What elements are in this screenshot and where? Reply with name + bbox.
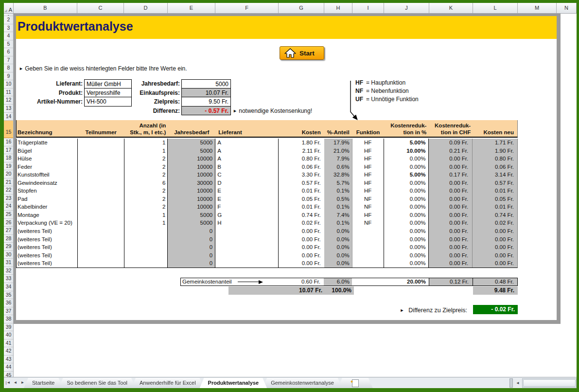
cell-anteil[interactable]: 0.1%	[324, 203, 352, 211]
cell-kostenreduktion-prozent[interactable]: 0.00%	[384, 187, 429, 195]
cell-jahresbedarf[interactable]: 0	[168, 259, 215, 267]
cell-bezeichnung[interactable]: Montage	[17, 211, 78, 219]
einkaufspreis-field[interactable]: 10.07 Fr.	[181, 89, 231, 98]
cell-lieferant[interactable]	[215, 243, 279, 251]
cell-anteil[interactable]: 0.6%	[324, 163, 352, 171]
cell-jahresbedarf[interactable]: 10000	[168, 163, 215, 171]
cell-kosten[interactable]: 0.74 Fr.	[279, 211, 324, 219]
cell-kostenreduktion-prozent[interactable]: 5.00%	[384, 139, 429, 147]
row-header[interactable]: 20	[4, 170, 13, 178]
column-header[interactable]: N	[557, 3, 577, 13]
cell-kostenreduktion-chf[interactable]: 0.09 Fr.	[429, 139, 473, 147]
cell-kostenreduktion-prozent[interactable]: 0.00%	[384, 235, 429, 244]
cell-kostenreduktion-chf[interactable]: 0.00 Fr.	[429, 211, 473, 219]
row-header[interactable]: 11	[4, 89, 13, 97]
sheet-tab[interactable]: Anwenderhilfe für Excel	[131, 378, 204, 388]
cell-kosten[interactable]: 1.80 Fr.	[279, 139, 324, 147]
cell-jahresbedarf[interactable]: 5000	[168, 147, 215, 155]
cell-kostenreduktion-prozent[interactable]: 10.00%	[384, 147, 429, 155]
cell-anzahl[interactable]: 2	[124, 155, 168, 163]
cell-anzahl[interactable]: 1	[124, 139, 168, 147]
column-header[interactable]: D	[124, 3, 168, 13]
row-header[interactable]: 21	[4, 178, 13, 187]
cell-jahresbedarf[interactable]: 10000	[168, 195, 215, 203]
cell-kostenreduktion-chf[interactable]: 0.17 Fr.	[429, 171, 473, 179]
column-header[interactable]: G	[279, 3, 324, 13]
cell-teilnummer[interactable]	[78, 195, 124, 203]
cell-bezeichnung[interactable]: (weiteres Teil)	[17, 235, 78, 244]
tab-nav-button[interactable]: |◄	[5, 379, 11, 387]
row-header[interactable]: 31	[4, 259, 13, 267]
cell-kosten[interactable]: 0.00 Fr.	[279, 259, 324, 267]
cell-kostenreduktion-chf[interactable]: 0.00 Fr.	[429, 251, 473, 260]
row-header[interactable]: 41	[4, 339, 13, 348]
header-jahresbedarf[interactable]: Jahresbedarf	[168, 120, 215, 137]
tab-nav-button[interactable]: ◄	[12, 379, 18, 387]
row-header[interactable]: 23	[4, 195, 13, 203]
cell-anteil[interactable]: 0.0%	[324, 251, 352, 260]
cell-anzahl[interactable]: 2	[124, 195, 168, 203]
cell-kosten[interactable]: 0.00 Fr.	[279, 235, 324, 244]
zielpreis-field[interactable]: 9.50 Fr.	[181, 97, 231, 107]
cell-bezeichnung[interactable]: Gewindeeinsatz	[17, 179, 78, 187]
row-header[interactable]: 37	[4, 307, 13, 316]
start-button[interactable]: Start	[280, 46, 324, 60]
jahresbedarf-field[interactable]: 5000	[181, 79, 231, 89]
column-header[interactable]: I	[352, 3, 384, 13]
cell-funktion[interactable]	[352, 227, 384, 235]
row-header[interactable]: 22	[4, 186, 13, 195]
cell-kostenreduktion-prozent[interactable]: 0.00%	[384, 219, 429, 227]
header-funktion[interactable]: Funktion	[352, 120, 384, 137]
cell-jahresbedarf[interactable]: 10000	[168, 171, 215, 179]
cell-lieferant[interactable]: G	[215, 211, 279, 219]
header-kostenreduktion-prozent[interactable]: Kostenreduk-tion in %	[384, 120, 429, 137]
cell-kostenreduktion-chf[interactable]: 0.00 Fr.	[429, 219, 473, 227]
select-all-corner[interactable]: ◢ A	[4, 3, 14, 13]
cell-bezeichnung[interactable]: Hülse	[17, 155, 78, 163]
cell-lieferant[interactable]: D	[215, 179, 279, 187]
row-header[interactable]: 30	[4, 251, 13, 259]
row-header[interactable]: 40	[4, 331, 13, 339]
cell-anzahl[interactable]	[124, 227, 168, 235]
cell-bezeichnung[interactable]: (weiteres Teil)	[17, 251, 78, 260]
cell-funktion[interactable]: HF	[352, 155, 384, 163]
cell-kostenreduktion-prozent[interactable]: 0.00%	[384, 259, 429, 267]
cell-anzahl[interactable]: 1	[124, 147, 168, 155]
row-header[interactable]: 10	[4, 80, 13, 89]
cell-kostenreduktion-chf[interactable]: 0.00 Fr.	[429, 235, 473, 244]
column-header[interactable]: F	[215, 3, 279, 13]
cell-anzahl[interactable]: 2	[124, 163, 168, 171]
cell-bezeichnung[interactable]: (weiteres Teil)	[17, 259, 78, 267]
cell-kostenreduktion-chf[interactable]: 0.00 Fr.	[429, 187, 473, 195]
column-header[interactable]: H	[324, 3, 352, 13]
row-header[interactable]: 8	[4, 64, 13, 72]
cell-kostenreduktion-prozent[interactable]: 0.00%	[384, 251, 429, 260]
cell-kostenreduktion-chf[interactable]: 0.00 Fr.	[429, 259, 473, 267]
cell-lieferant[interactable]: H	[215, 219, 279, 227]
cell-kosten[interactable]: 0.02 Fr.	[279, 219, 324, 227]
cell-bezeichnung[interactable]: Kunststoffteil	[17, 171, 78, 179]
cell-funktion[interactable]: NF	[352, 203, 384, 211]
horizontal-scrollbar[interactable]	[522, 378, 577, 388]
cell-kosten-neu[interactable]: 1.71 Fr.	[473, 139, 517, 147]
overhead-anteil[interactable]: 6.0%	[324, 278, 352, 285]
row-header[interactable]: 17	[4, 146, 13, 155]
cell-anzahl[interactable]	[124, 259, 168, 267]
cell-funktion[interactable]: HF	[352, 187, 384, 195]
cell-jahresbedarf[interactable]: 5000	[168, 211, 215, 219]
cell-teilnummer[interactable]	[78, 203, 124, 211]
cell-anteil[interactable]: 0.0%	[324, 227, 352, 235]
tab-scrollbar-splitter[interactable]	[509, 378, 513, 388]
cell-kosten-neu[interactable]: 0.06 Fr.	[473, 163, 517, 171]
row-header[interactable]: 35	[4, 291, 13, 300]
cell-funktion[interactable]: HF	[352, 139, 384, 147]
row-header[interactable]: 27	[4, 227, 13, 235]
sheet-tab[interactable]: Startseite	[24, 378, 63, 388]
cell-anzahl[interactable]: 1	[124, 219, 168, 227]
header-lieferant[interactable]: Lieferant	[215, 120, 279, 137]
cell-funktion[interactable]: HF	[352, 211, 384, 219]
cell-teilnummer[interactable]	[78, 155, 124, 163]
row-header[interactable]: 18	[4, 154, 13, 162]
row-header[interactable]: 13	[4, 105, 13, 113]
cell-lieferant[interactable]	[215, 251, 279, 260]
